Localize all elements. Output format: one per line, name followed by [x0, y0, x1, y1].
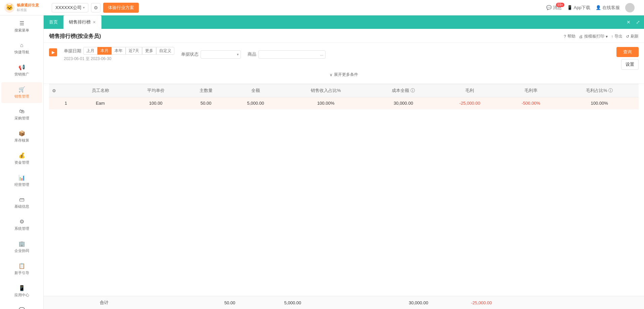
date-tab-prev-month[interactable]: 上月 — [83, 47, 97, 55]
col-main-qty: 主数量 — [183, 84, 228, 97]
company-selector[interactable]: XXXXXX公司 ▾ — [52, 3, 88, 12]
print-dropdown-arrow: ▾ — [606, 34, 608, 39]
sidebar-item-system-mgmt[interactable]: ⚙ 系统管理 — [1, 214, 42, 235]
export-button[interactable]: ↑ 导出 — [611, 34, 622, 39]
basic-info-icon: 🗃 — [19, 197, 25, 203]
status-select-wrapper — [201, 50, 241, 59]
sidebar-item-new-guide[interactable]: 📋 新手引导 — [1, 259, 42, 279]
table-wrapper: ⚙ 员工名称 平均单价 主数量 全额 销售收入占比% 成本全额 ⓘ 毛利 毛利率 — [44, 84, 644, 309]
col-gross-rate: 毛利率 — [502, 84, 560, 97]
online-service-icon: 👤 — [596, 5, 601, 10]
app-center-icon: 📱 — [18, 285, 25, 291]
status-select[interactable] — [201, 50, 241, 59]
tab-sales-rank-label: 销售排行榜 — [69, 19, 91, 25]
sidebar-item-basic-info[interactable]: 🗃 基础信息 — [1, 193, 42, 213]
filter-arrow-icon[interactable]: ▶ — [49, 48, 57, 56]
date-tab-custom[interactable]: 自定义 — [156, 47, 174, 55]
filter-settings-button[interactable]: 设置 — [621, 59, 639, 70]
table-row: 1 Eam 100.00 50.00 5,000.00 100.00% 30,0… — [49, 97, 639, 109]
sales-mgmt-icon: 🛒 — [18, 86, 25, 93]
svg-text:🐱: 🐱 — [6, 4, 13, 11]
template-print-button[interactable]: 🖨 按模板打印 ▾ — [579, 34, 608, 39]
industry-solution-button[interactable]: 体验行业方案 — [103, 3, 139, 13]
tab-maximize-button[interactable]: ⤢ — [635, 18, 641, 26]
message-badge: 99+ — [556, 3, 564, 7]
sidebar-item-purchase-mgmt[interactable]: 🛍 采购管理 — [1, 104, 42, 125]
date-range-display: 2023-06-01 至 2023-06-30 — [64, 56, 174, 62]
sidebar-item-enterprise[interactable]: 🏢 企业协同 — [1, 237, 42, 257]
sidebar-item-label: 搜索菜单 — [14, 28, 29, 33]
online-service-label: 在线客服 — [602, 5, 620, 11]
top-bar: 🐱 畅康通好生意 标准版 XXXXXX公司 ▾ ⚙ 体验行业方案 💬 消息 99… — [0, 0, 644, 15]
tab-close-all-button[interactable]: ✕ — [625, 18, 632, 26]
avatar[interactable] — [625, 3, 635, 12]
sidebar-item-label: 新手引导 — [14, 270, 29, 275]
page-header: 销售排行榜(按业务员) ? 帮助 🖨 按模板打印 ▾ ↑ 导出 — [44, 29, 644, 43]
sidebar-item-quick-nav[interactable]: ⌂ 快捷导航 — [1, 38, 42, 59]
finance-icon: 💰 — [18, 152, 25, 159]
tab-sales-rank[interactable]: 销售排行榜 ✕ — [63, 15, 101, 29]
cell-cost-amount: 30,000.00 — [369, 97, 438, 109]
export-icon: ↑ — [611, 34, 613, 39]
expand-more-conditions-button[interactable]: ∨ 展开更多条件 — [49, 70, 639, 80]
content-area: 首页 销售排行榜 ✕ ✕ ⤢ 销售排行榜(按业务员) ? 帮助 — [44, 15, 644, 309]
filter-toggle-button[interactable]: ▶ — [49, 47, 57, 56]
main-area: ☰ 搜索菜单 ⌂ 快捷导航 📢 营销推广 🛒 销售管理 🛍 采购管理 📦 库 — [0, 15, 644, 309]
tab-close-icon[interactable]: ✕ — [93, 20, 96, 24]
sidebar-item-label: 采购管理 — [14, 116, 29, 121]
cell-rank: 1 — [59, 97, 73, 109]
date-tab-7days[interactable]: 近7天 — [126, 47, 142, 55]
cell-sales-ratio: 100.00% — [283, 97, 369, 109]
sidebar-item-app-center[interactable]: 📱 应用中心 — [1, 281, 42, 302]
table-header: ⚙ 员工名称 平均单价 主数量 全额 销售收入占比% 成本全额 ⓘ 毛利 毛利率 — [49, 84, 639, 97]
sidebar-item-wechat[interactable]: 💬 企业微信 — [1, 303, 42, 309]
online-service-button[interactable]: 👤 在线客服 — [596, 5, 620, 11]
help-button[interactable]: ? 帮助 — [564, 34, 575, 39]
table-body: 1 Eam 100.00 50.00 5,000.00 100.00% 30,0… — [49, 97, 639, 109]
sidebar-item-inventory[interactable]: 📦 库存核算 — [1, 126, 42, 147]
sidebar: ☰ 搜索菜单 ⌂ 快捷导航 📢 营销推广 🛒 销售管理 🛍 采购管理 📦 库 — [0, 15, 44, 309]
sidebar-item-marketing[interactable]: 📢 营销推广 — [1, 60, 42, 81]
sidebar-item-finance[interactable]: 💰 资金管理 — [1, 148, 42, 169]
col-rank — [59, 84, 73, 97]
marketing-icon: 📢 — [18, 64, 25, 70]
query-section: 查询 设置 — [611, 47, 639, 70]
col-settings[interactable]: ⚙ — [49, 84, 59, 97]
cell-main-qty: 50.00 — [183, 97, 228, 109]
app-download-button[interactable]: 📱 App下载 — [567, 5, 590, 11]
company-settings-button[interactable]: ⚙ — [91, 3, 100, 12]
refresh-button[interactable]: ↺ 刷新 — [626, 34, 639, 39]
date-tab-more[interactable]: 更多 — [142, 47, 156, 55]
sidebar-item-sales-mgmt[interactable]: 🛒 销售管理 — [1, 82, 42, 103]
logo-text: 畅康通好生意 标准版 — [17, 3, 39, 12]
date-tab-current-year[interactable]: 本年 — [112, 47, 126, 55]
table-header-row: ⚙ 员工名称 平均单价 主数量 全额 销售收入占比% 成本全额 ⓘ 毛利 毛利率 — [49, 84, 639, 97]
sidebar-item-search-order[interactable]: ☰ 搜索菜单 — [1, 16, 42, 37]
filter-date-item: 单据日期 上月 本月 本年 近7天 更多 自定义 — [64, 47, 174, 55]
footer-cost-amount: 30,000.00 — [387, 300, 450, 305]
sidebar-item-label: 快捷导航 — [14, 50, 29, 55]
goods-input[interactable] — [258, 50, 326, 59]
top-right-area: 💬 消息 99+ 📱 App下载 👤 在线客服 — [546, 3, 640, 12]
tab-home-label: 首页 — [49, 19, 58, 25]
sidebar-item-label: 企业协同 — [14, 248, 29, 253]
filter-status-item: 单据状态 — [181, 50, 241, 59]
query-button[interactable]: 查询 — [616, 47, 639, 57]
print-icon: 🖨 — [579, 34, 583, 39]
table-area: ⚙ 员工名称 平均单价 主数量 全额 销售收入占比% 成本全额 ⓘ 毛利 毛利率 — [44, 84, 644, 296]
sidebar-item-label: 库存核算 — [14, 138, 29, 143]
tab-home[interactable]: 首页 — [44, 15, 63, 29]
col-gross-ratio: 毛利占比% ⓘ — [560, 84, 639, 97]
sidebar-item-label: 经营管理 — [14, 182, 29, 187]
sidebar-item-operations[interactable]: 📊 经营管理 — [1, 170, 42, 191]
message-button[interactable]: 💬 消息 99+ — [546, 5, 562, 11]
help-icon: ? — [564, 34, 566, 39]
date-tab-current-month[interactable]: 本月 — [97, 47, 112, 55]
page-actions: ? 帮助 🖨 按模板打印 ▾ ↑ 导出 ↺ 刷新 — [564, 34, 639, 39]
system-mgmt-icon: ⚙ — [19, 218, 24, 225]
logo-area: 🐱 畅康通好生意 标准版 — [4, 2, 48, 13]
page-title: 销售排行榜(按业务员) — [49, 33, 101, 40]
filter-date-group: 单据日期 上月 本月 本年 近7天 更多 自定义 2023 — [64, 47, 174, 62]
date-filter-label: 单据日期 — [64, 48, 81, 54]
app-download-icon: 📱 — [567, 5, 572, 10]
